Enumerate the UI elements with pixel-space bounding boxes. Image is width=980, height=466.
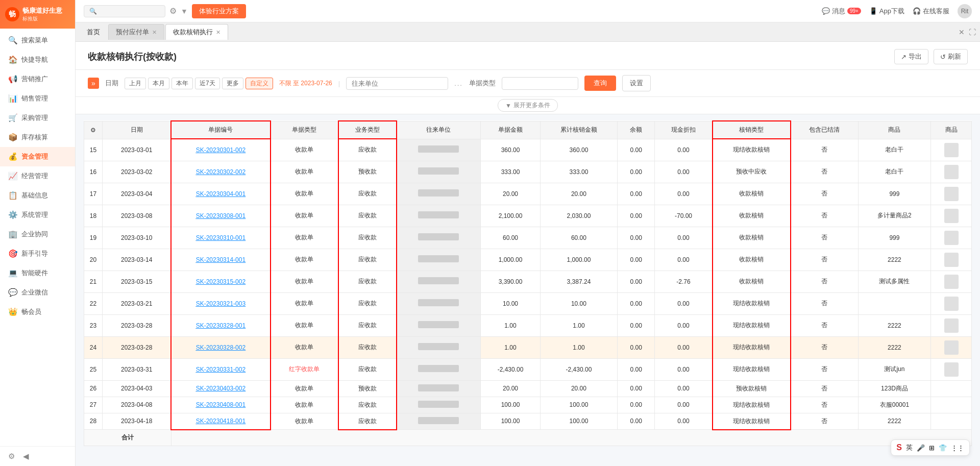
sidebar-item-quicknav[interactable]: 🏠 快捷导航 xyxy=(0,50,75,69)
tab-payable[interactable]: 预付应付单 ✕ xyxy=(108,24,164,40)
grid-icon[interactable]: ⊞ xyxy=(929,444,935,452)
filter-bar: » 日期 上月 本月 本年 近7天 更多 自定义 不限 至 2023-07-26… xyxy=(76,70,980,97)
app-download-item[interactable]: 📱 App下载 xyxy=(869,7,904,16)
sidebar-item-wechat[interactable]: 💬 企业微信 xyxy=(0,283,75,302)
sidebar-item-hardware[interactable]: 💻 智能硬件 xyxy=(0,263,75,283)
row-balance: 0.00 xyxy=(618,314,655,336)
bill-no-link[interactable]: SK-20230321-003 xyxy=(196,300,246,307)
row-bill-no[interactable]: SK-20230310-001 xyxy=(171,227,270,249)
row-bill-no[interactable]: SK-20230418-001 xyxy=(171,413,270,430)
row-amount: 10.00 xyxy=(481,292,541,314)
mic-icon[interactable]: 🎤 xyxy=(917,444,925,452)
th-settings[interactable]: ⚙ xyxy=(84,121,103,139)
row-bill-no[interactable]: SK-20230328-002 xyxy=(171,336,270,358)
row-bill-no[interactable]: SK-20230408-001 xyxy=(171,397,270,413)
row-bill-no[interactable]: SK-20230314-001 xyxy=(171,249,270,271)
table-row: 252023-03-31SK-20230331-002红字收款单应收款-2,43… xyxy=(84,358,972,380)
row-bill-no[interactable]: SK-20230315-002 xyxy=(171,271,270,292)
bill-no-link[interactable]: SK-20230301-002 xyxy=(196,146,246,154)
sidebar-item-marketing[interactable]: 📢 营销推广 xyxy=(0,69,75,89)
export-button[interactable]: ↗ 导出 xyxy=(894,49,928,64)
more-btn[interactable]: 更多 xyxy=(222,78,243,89)
tabbar: 首页 预付应付单 ✕ 收款核销执行 ✕ ✕ ⛶ xyxy=(76,22,980,42)
sidebar-item-finance[interactable]: 💰 资金管理 xyxy=(0,147,75,166)
counterparty-input[interactable] xyxy=(346,77,448,90)
apps-icon[interactable]: ⋮⋮ xyxy=(951,444,964,452)
row-discount: 0.00 xyxy=(655,380,713,397)
row-no: 17 xyxy=(84,183,103,205)
row-bill-no[interactable]: SK-20230304-001 xyxy=(171,183,270,205)
row-bill-no[interactable]: SK-20230328-001 xyxy=(171,314,270,336)
tab-collection-close[interactable]: ✕ xyxy=(216,29,220,36)
topbar-gear-icon[interactable]: ⚙ xyxy=(169,6,177,16)
bill-no-link[interactable]: SK-20230418-001 xyxy=(196,418,246,425)
sidebar-item-guide[interactable]: 🎯 新手引导 xyxy=(0,244,75,263)
row-bill-no[interactable]: SK-20230403-002 xyxy=(171,380,270,397)
filter-toggle-button[interactable]: » xyxy=(88,78,99,89)
bill-no-link[interactable]: SK-20230308-001 xyxy=(196,212,246,219)
row-verified-amount: 10.00 xyxy=(540,292,617,314)
sidebar-item-operations[interactable]: 📈 经营管理 xyxy=(0,166,75,186)
sidebar-settings-button[interactable]: ⚙ xyxy=(8,452,15,461)
bill-no-link[interactable]: SK-20230314-001 xyxy=(196,256,246,263)
sidebar-item-system[interactable]: ⚙️ 系统管理 xyxy=(0,205,75,225)
sidebar-item-corp[interactable]: 🏢 企业协同 xyxy=(0,225,75,244)
tab-collection[interactable]: 收款核销执行 ✕ xyxy=(165,24,228,40)
topbar-search-box[interactable]: 🔍 xyxy=(84,5,165,17)
sidebar-item-sales[interactable]: 📊 销售管理 xyxy=(0,89,75,108)
last-month-btn[interactable]: 上月 xyxy=(125,78,146,89)
customer-service-item[interactable]: 🎧 在线客服 xyxy=(913,7,949,16)
user-avatar[interactable]: Rit xyxy=(958,4,972,18)
sidebar-collapse-button[interactable]: ◀ xyxy=(23,452,29,461)
bill-no-link[interactable]: SK-20230331-002 xyxy=(196,366,246,373)
row-bill-no[interactable]: SK-20230308-001 xyxy=(171,205,270,227)
solution-button[interactable]: 体验行业方案 xyxy=(192,4,246,18)
last-7-days-btn[interactable]: 近7天 xyxy=(195,78,220,89)
purchase-icon: 🛒 xyxy=(8,113,17,122)
tab-payable-close[interactable]: ✕ xyxy=(152,29,157,36)
bill-type-select[interactable] xyxy=(502,77,578,90)
sidebar-item-search[interactable]: 🔍 搜索菜单 xyxy=(0,31,75,50)
row-bill-no[interactable]: SK-20230302-002 xyxy=(171,161,270,183)
shirt-icon[interactable]: 👕 xyxy=(939,444,947,452)
bill-no-link[interactable]: SK-20230328-001 xyxy=(196,322,246,329)
row-verified-amount: 3,387.24 xyxy=(540,271,617,292)
row-no: 27 xyxy=(84,397,103,413)
row-biz-type: 应收款 xyxy=(338,249,397,271)
this-month-btn[interactable]: 本月 xyxy=(148,78,169,89)
bill-no-link[interactable]: SK-20230302-002 xyxy=(196,168,246,176)
bill-no-link[interactable]: SK-20230304-001 xyxy=(196,190,246,198)
table-settings-icon[interactable]: ⚙ xyxy=(90,127,96,134)
row-discount: 0.00 xyxy=(655,292,713,314)
filter-settings-button[interactable]: 设置 xyxy=(622,75,651,91)
refresh-button[interactable]: ↺ 刷新 xyxy=(934,49,968,64)
query-button[interactable]: 查询 xyxy=(584,76,616,91)
sidebar-label-hardware: 智能硬件 xyxy=(21,268,48,278)
bill-no-link[interactable]: SK-20230315-002 xyxy=(196,278,246,285)
row-no: 28 xyxy=(84,413,103,430)
row-bill-no[interactable]: SK-20230301-002 xyxy=(171,139,270,161)
tab-close-all-icon[interactable]: ✕ xyxy=(959,28,965,36)
custom-date-btn[interactable]: 自定义 xyxy=(246,78,273,89)
this-year-btn[interactable]: 本年 xyxy=(172,78,193,89)
row-verified-amount: 333.00 xyxy=(540,161,617,183)
row-bill-no[interactable]: SK-20230321-003 xyxy=(171,292,270,314)
row-counterparty xyxy=(397,397,481,413)
tab-fullscreen-icon[interactable]: ⛶ xyxy=(969,28,976,36)
row-bill-no[interactable]: SK-20230331-002 xyxy=(171,358,270,380)
sidebar-item-inventory[interactable]: 📦 库存核算 xyxy=(0,128,75,147)
table-row: 232023-03-28SK-20230328-001收款单应收款1.001.0… xyxy=(84,314,972,336)
sidebar-item-purchase[interactable]: 🛒 采购管理 xyxy=(0,108,75,128)
row-verified-amount: -2,430.00 xyxy=(540,358,617,380)
bill-no-link[interactable]: SK-20230310-001 xyxy=(196,234,246,241)
bill-no-link[interactable]: SK-20230408-001 xyxy=(196,401,246,408)
bill-no-link[interactable]: SK-20230403-002 xyxy=(196,385,246,392)
sidebar-item-member[interactable]: 👑 畅会员 xyxy=(0,302,75,322)
table-row: 182023-03-08SK-20230308-001收款单应收款2,100.0… xyxy=(84,205,972,227)
notification-item[interactable]: 💬 消息 99+ xyxy=(822,7,861,16)
tab-home[interactable]: 首页 xyxy=(80,24,107,40)
row-date: 2023-03-01 xyxy=(103,139,172,161)
sidebar-item-basic-info[interactable]: 📋 基础信息 xyxy=(0,186,75,205)
expand-conditions-btn[interactable]: ▼ 展开更多条件 xyxy=(498,99,558,112)
bill-no-link[interactable]: SK-20230328-002 xyxy=(196,344,246,351)
